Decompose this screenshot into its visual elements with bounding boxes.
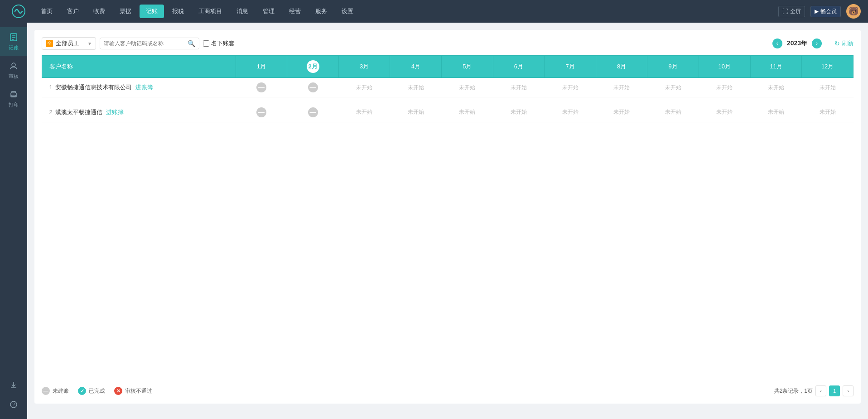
refresh-button[interactable]: ↻ 刷新 [834, 39, 854, 48]
table-row: 1安徽畅捷通信息技术有限公司进账簿——未开始未开始未开始未开始未开始未开始未开始… [42, 78, 854, 97]
row-index: 1 [49, 84, 53, 91]
nav-message[interactable]: 消息 [230, 5, 255, 18]
month-status-cell-9: 未开始 [647, 78, 699, 97]
svg-rect-7 [12, 95, 15, 96]
status-not-started: 未开始 [820, 109, 836, 115]
employee-label: 全部员工 [56, 39, 79, 48]
nav-operation[interactable]: 经营 [283, 5, 307, 18]
col-header-dec: 12月 [802, 56, 854, 78]
status-not-started: 未开始 [356, 84, 372, 91]
nav-home[interactable]: 首页 [34, 5, 59, 18]
search-icon[interactable]: 🔍 [188, 40, 195, 47]
user-avatar[interactable]: 🐻 [846, 4, 861, 19]
footer: — 未建账 ✓ 已完成 ✕ 审核不通过 共2条记录，1页 ‹ 1 › [42, 385, 854, 396]
status-not-started: 未开始 [356, 109, 372, 115]
my-accounts-checkbox[interactable] [203, 40, 209, 47]
customer-cell: 1安徽畅捷通信息技术有限公司进账簿 [42, 78, 236, 97]
fullscreen-button[interactable]: ⛶ 全屏 [778, 6, 805, 17]
col-header-apr: 4月 [390, 56, 442, 78]
legend-dot-red: ✕ [114, 387, 122, 395]
vip-button[interactable]: ▶ 畅会员 [810, 6, 841, 17]
table-row: 2漠澳太平畅捷通信进账簿——未开始未开始未开始未开始未开始未开始未开始未开始未开… [42, 103, 854, 122]
month-status-cell-7: 未开始 [545, 103, 596, 122]
print-icon [8, 89, 19, 100]
year-next-button[interactable]: › [812, 39, 822, 48]
audit-icon [8, 60, 19, 71]
legend-not-built: — 未建账 [42, 387, 69, 395]
nav-bookkeeping[interactable]: 记账 [140, 5, 164, 18]
month-status-cell-4: 未开始 [390, 103, 442, 122]
my-accounts-filter[interactable]: 名下账套 [203, 39, 235, 48]
account-table-wrapper[interactable]: 客户名称 1月 2月 3月 4月 5月 6月 7月 8月 9月 10月 11月 [42, 55, 854, 122]
status-dash-icon: — [308, 82, 318, 92]
employee-select[interactable]: 全 全部员工 ▼ [42, 37, 96, 50]
nav-manage[interactable]: 管理 [256, 5, 281, 18]
page-next-button[interactable]: › [843, 385, 854, 396]
month-status-cell-9: 未开始 [647, 103, 699, 122]
my-accounts-label: 名下账套 [211, 39, 235, 48]
nav-invoice[interactable]: 票据 [113, 5, 138, 18]
page-1-button[interactable]: 1 [829, 385, 840, 396]
page-prev-button[interactable]: ‹ [815, 385, 826, 396]
enter-ledger-link[interactable]: 进账簿 [106, 109, 124, 116]
content-card: 全 全部员工 ▼ 🔍 名下账套 ‹ 2023年 › ↻ 刷新 [34, 30, 861, 404]
status-not-started: 未开始 [768, 84, 784, 91]
status-dash-icon: — [256, 107, 266, 117]
status-not-started: 未开始 [459, 84, 475, 91]
main-content: 全 全部员工 ▼ 🔍 名下账套 ‹ 2023年 › ↻ 刷新 [27, 23, 868, 419]
col-header-jul: 7月 [545, 56, 596, 78]
status-not-started: 未开始 [665, 109, 681, 115]
status-not-started: 未开始 [716, 109, 733, 115]
year-prev-button[interactable]: ‹ [772, 39, 782, 48]
status-not-started: 未开始 [562, 84, 579, 91]
toolbar: 全 全部员工 ▼ 🔍 名下账套 ‹ 2023年 › ↻ 刷新 [42, 37, 854, 50]
col-header-jan: 1月 [236, 56, 287, 78]
status-not-started: 未开始 [716, 84, 733, 91]
sidebar-print-label: 打印 [9, 101, 19, 108]
sidebar-item-print[interactable]: 打印 [0, 84, 27, 113]
customer-cell: 2漠澳太平畅捷通信进账簿 [42, 103, 236, 122]
col-header-feb: 2月 [287, 56, 339, 78]
legend-dot-gray: — [42, 387, 50, 395]
month-status-cell-3: 未开始 [338, 78, 390, 97]
svg-point-5 [12, 63, 15, 67]
fullscreen-label: 全屏 [790, 8, 801, 15]
sidebar-item-bookkeeping[interactable]: 记账 [0, 27, 27, 56]
status-not-started: 未开始 [459, 109, 475, 115]
play-icon: ▶ [815, 8, 819, 14]
nav-fee[interactable]: 收费 [87, 5, 111, 18]
col-header-jun: 6月 [493, 56, 545, 78]
sidebar-item-download[interactable] [0, 375, 27, 395]
month-status-cell-8: 未开始 [596, 78, 647, 97]
status-dash-icon: — [256, 82, 266, 92]
enter-ledger-link[interactable]: 进账簿 [135, 84, 153, 91]
fullscreen-icon: ⛶ [782, 8, 788, 15]
month-status-cell-11: 未开始 [750, 78, 802, 97]
col-header-may: 5月 [442, 56, 493, 78]
sidebar-bookkeeping-label: 记账 [9, 44, 19, 51]
status-dash-icon: — [308, 107, 318, 117]
pagination: 共2条记录，1页 ‹ 1 › [774, 385, 854, 396]
status-not-started: 未开始 [613, 84, 630, 91]
col-header-mar: 3月 [338, 56, 390, 78]
month-status-cell-2: — [287, 78, 339, 97]
nav-tax[interactable]: 报税 [166, 5, 190, 18]
nav-right-actions: ⛶ 全屏 ▶ 畅会员 🐻 [778, 4, 861, 19]
nav-business[interactable]: 工商项目 [192, 5, 228, 18]
nav-customer[interactable]: 客户 [61, 5, 85, 18]
nav-settings[interactable]: 设置 [335, 5, 360, 18]
month-status-cell-4: 未开始 [390, 78, 442, 97]
legend-rejected-label: 审核不通过 [125, 387, 152, 395]
search-input[interactable] [104, 40, 186, 47]
sidebar-item-help[interactable]: ? [0, 395, 27, 414]
col-header-sep: 9月 [647, 56, 699, 78]
month-status-cell-3: 未开始 [338, 103, 390, 122]
nav-service[interactable]: 服务 [309, 5, 333, 18]
year-label: 2023年 [787, 39, 807, 48]
status-not-started: 未开始 [820, 84, 836, 91]
legend-dot-teal: ✓ [78, 387, 86, 395]
month-status-cell-1: — [236, 78, 287, 97]
month-status-cell-10: 未开始 [699, 103, 751, 122]
sidebar-item-audit[interactable]: 审核 [0, 56, 27, 84]
search-box[interactable]: 🔍 [100, 38, 199, 49]
